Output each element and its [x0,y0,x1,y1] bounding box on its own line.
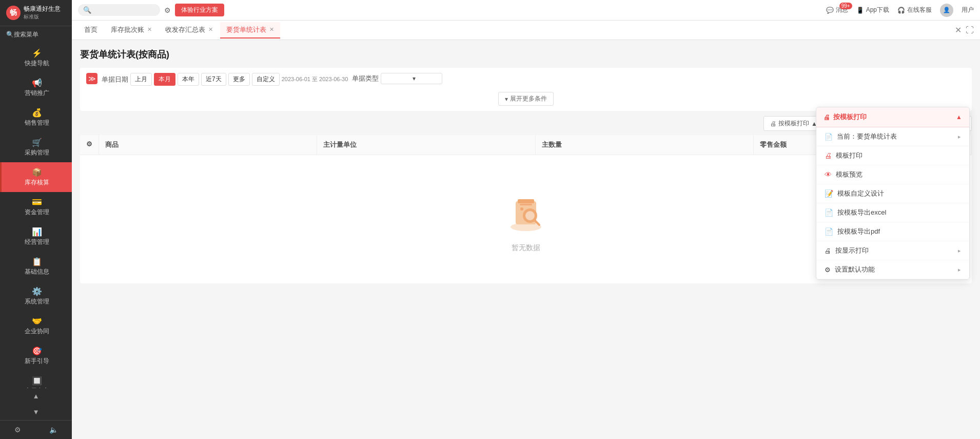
expand-more-btn[interactable]: ▾ 展开更多条件 [498,92,554,106]
svg-rect-2 [518,199,534,203]
order-type-label: 单据类型 [352,74,379,83]
order-type-select[interactable]: ▾ [381,73,442,84]
th-0[interactable]: ⚙ [80,135,99,155]
dropdown-item-template-print[interactable]: 🖨 模板打印 [816,146,969,165]
dropdown-header[interactable]: 🖨 按模板打印 ▲ [816,107,969,127]
sidebar-item-operation[interactable]: 📊 经营管理 [0,222,72,252]
date-range-text: 2023-06-01 至 2023-06-30 [282,75,348,83]
date-btn-更多[interactable]: 更多 [228,73,250,86]
svg-point-4 [525,211,535,220]
dropdown-item-icon-template-export-pdf: 📄 [825,227,833,236]
empty-icon [500,186,552,237]
close-window-btn[interactable]: ✕ [955,25,962,35]
tab-collection-summary[interactable]: 收发存汇总表✕ [159,22,219,39]
topbar-search-icon: 🔍 [83,6,91,14]
search-icon: 🔍 [6,31,14,38]
current-template-left: 📄 当前：要货单统计表 [825,132,897,141]
dropdown-item-template-preview[interactable]: 👁 模板预览 [816,165,969,184]
nav-item-icon-operation: 📊 [32,227,42,237]
app-icon: 📱 [856,7,864,14]
dropdown-section-set-default[interactable]: ⚙ 设置默认功能 ▸ [816,260,969,279]
nav-item-label-finance: 资金管理 [25,208,49,217]
nav-item-label-guide: 新手引导 [25,357,49,366]
dropdown-header-right: ▲ [956,113,962,121]
dropdown-item-label-template-export-pdf: 按模板导出pdf [837,227,880,236]
dropdown-item-label-template-custom-design: 模板自定义设计 [837,189,884,198]
maximize-window-btn[interactable]: ⛶ [966,26,974,35]
tab-close-collection-summary[interactable]: ✕ [208,26,213,33]
th-3: 主数量 [536,135,754,155]
dropdown-header-label: 按模板打印 [833,112,867,122]
sidebar-item-guide[interactable]: 🎯 新手引导 [0,341,72,371]
tab-inventory-batch[interactable]: 库存批次账✕ [105,22,158,39]
nav-item-icon-system: ⚙️ [32,287,42,296]
sidebar-scroll-up[interactable]: ▲ [30,390,41,402]
filter-expand-btn[interactable]: ≫ [86,73,97,84]
sidebar-item-basic[interactable]: 📋 基础信息 [0,252,72,281]
main-area: 🔍 ⚙ 体验行业方案 💬 消息 99+ 📱 App下载 🎧 在线客服 👤 用户 [72,0,980,439]
sidebar-settings-btn[interactable]: ⚙ [14,426,21,434]
logo-text: 畅康通好生意 [24,5,61,13]
sidebar-item-collab[interactable]: 🤝 企业协同 [0,311,72,341]
svg-point-6 [520,207,523,211]
user-avatar[interactable]: 👤 [940,4,953,17]
sidebar-scroll-down[interactable]: ▼ [30,406,41,418]
sidebar-item-marketing[interactable]: 📢 营销推广 [0,73,72,103]
dropdown-sections: 🖨 按显示打印 ▸ ⚙ 设置默认功能 ▸ [816,241,969,279]
nav-item-label-system: 系统管理 [25,297,49,306]
messages-btn[interactable]: 💬 消息 99+ [826,6,848,14]
topbar-search-box[interactable]: 🔍 [78,4,160,16]
nav-item-label-marketing: 营销推广 [25,89,49,98]
print-btn[interactable]: 🖨 按模板打印 ▲ [763,116,824,131]
date-btn-本月[interactable]: 本月 [154,73,175,86]
sidebar-item-sales[interactable]: 💰 销售管理 [0,103,72,132]
th-2: 主计量单位 [317,135,535,155]
sidebar-item-apps[interactable]: 🔲 应用中心 [0,371,72,388]
date-label: 单据日期 [102,75,128,84]
nav-item-icon-finance: 💳 [32,197,42,207]
sidebar-nav: ⚡ 快捷导航 📢 营销推广 💰 销售管理 🛒 采购管理 📦 库存核算 💳 资金管… [0,43,72,388]
online-service-label: 在线客服 [907,6,932,14]
sidebar-item-purchase[interactable]: 🛒 采购管理 [0,132,72,162]
topbar-settings-icon[interactable]: ⚙ [164,6,171,14]
trial-btn[interactable]: 体验行业方案 [175,4,224,16]
tab-order-stats[interactable]: 要货单统计表✕ [220,22,280,39]
date-btn-本年[interactable]: 本年 [178,73,199,86]
topbar-search-input[interactable] [93,7,155,14]
nav-item-label-operation: 经营管理 [25,238,49,246]
date-btn-上月[interactable]: 上月 [130,73,152,86]
section-label-set-default: 设置默认功能 [835,265,875,274]
dropdown-item-icon-template-print: 🖨 [825,151,832,160]
dropdown-current-template[interactable]: 📄 当前：要货单统计表 ▸ [816,127,969,146]
date-btn-近7天[interactable]: 近7天 [201,73,226,86]
dropdown-item-label-template-preview: 模板预览 [836,170,863,179]
th-1: 商品 [99,135,317,155]
tab-close-order-stats[interactable]: ✕ [269,26,274,33]
dropdown-item-template-custom-design[interactable]: 📝 模板自定义设计 [816,184,969,203]
print-header-icon: 🖨 [824,113,830,121]
app-download-btn[interactable]: 📱 App下载 [856,6,889,14]
logo-sub: 标准版 [24,13,61,21]
svg-rect-7 [520,204,532,205]
sidebar-item-inventory[interactable]: 📦 库存核算 [0,162,72,192]
sidebar-bottom: ⚙ 🔈 [0,420,72,439]
tab-close-inventory-batch[interactable]: ✕ [147,26,152,33]
nav-item-icon-purchase: 🛒 [32,138,42,147]
dropdown-section-display-print[interactable]: 🖨 按显示打印 ▸ [816,241,969,260]
nav-item-label-collab: 企业协同 [25,327,49,336]
nav-item-label-quick-nav: 快捷导航 [25,59,49,68]
date-btn-自定义[interactable]: 自定义 [252,73,280,86]
dropdown-item-icon-template-preview: 👁 [825,170,832,179]
online-service-btn[interactable]: 🎧 在线客服 [897,6,932,14]
dropdown-item-icon-template-custom-design: 📝 [825,189,833,198]
tab-home[interactable]: 首页 [78,22,104,39]
dropdown-item-template-export-excel[interactable]: 📄 按模板导出excel [816,203,969,222]
sidebar-speaker-btn[interactable]: 🔈 [49,426,58,434]
nav-item-icon-inventory: 📦 [32,167,42,177]
sidebar-item-system[interactable]: ⚙️ 系统管理 [0,281,72,311]
expand-more-icon: ▾ [505,96,508,103]
dropdown-item-template-export-pdf[interactable]: 📄 按模板导出pdf [816,222,969,241]
sidebar-search[interactable]: 🔍 搜索菜单 [0,26,72,43]
sidebar-item-finance[interactable]: 💳 资金管理 [0,192,72,222]
sidebar-item-quick-nav[interactable]: ⚡ 快捷导航 [0,43,72,73]
